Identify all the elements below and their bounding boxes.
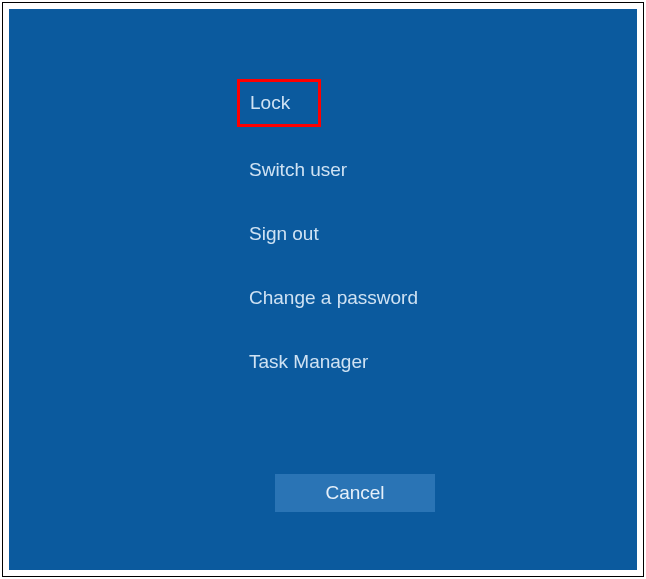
switch-user-label: Switch user [249, 159, 347, 180]
sign-out-label: Sign out [249, 223, 319, 244]
cancel-button[interactable]: Cancel [275, 474, 435, 512]
task-manager-label: Task Manager [249, 351, 368, 372]
change-password-option[interactable]: Change a password [239, 281, 428, 315]
cancel-label: Cancel [325, 482, 384, 504]
lock-option[interactable]: Lock [237, 79, 321, 127]
change-password-label: Change a password [249, 287, 418, 308]
lock-label: Lock [250, 92, 290, 113]
sign-out-option[interactable]: Sign out [239, 217, 329, 251]
switch-user-option[interactable]: Switch user [239, 153, 357, 187]
screenshot-frame: Lock Switch user Sign out Change a passw… [2, 2, 644, 577]
task-manager-option[interactable]: Task Manager [239, 345, 378, 379]
security-options-screen: Lock Switch user Sign out Change a passw… [9, 9, 637, 570]
security-options-list: Lock Switch user Sign out Change a passw… [239, 79, 428, 409]
